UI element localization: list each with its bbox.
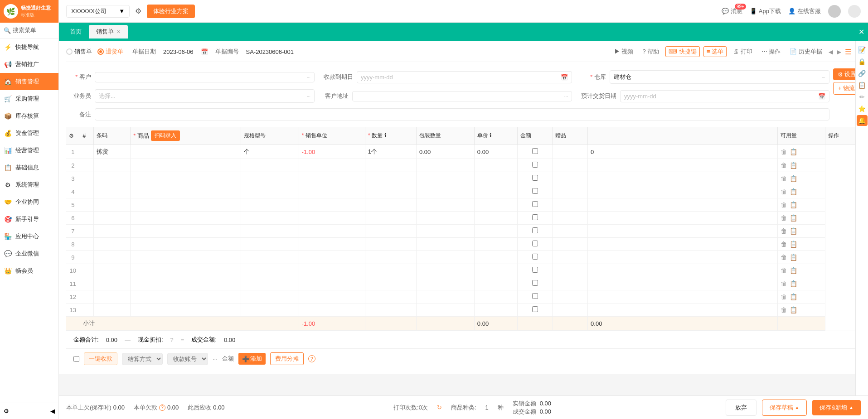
company-selector[interactable]: XXXXXX公司 ▼ <box>66 5 130 18</box>
tab-close-icon[interactable]: ✕ <box>116 29 121 35</box>
print-btn[interactable]: 🖨 打印 <box>730 47 755 57</box>
copy-icon[interactable]: 📋 <box>790 280 797 287</box>
nav-next-icon[interactable]: ▶ <box>837 48 841 55</box>
account-select[interactable]: 收款账号 <box>167 353 208 365</box>
view-list-icon[interactable]: ☰ <box>845 48 851 56</box>
copy-icon[interactable]: 📋 <box>790 162 797 169</box>
tab-close-all-icon[interactable]: ✕ <box>858 28 864 36</box>
copy-icon[interactable]: 📋 <box>790 241 797 248</box>
avatar-2[interactable] <box>848 5 861 18</box>
sidebar-item-wechat[interactable]: 💬 企业微信 <box>0 245 58 262</box>
right-panel-icon-4[interactable]: 📋 <box>857 80 868 91</box>
right-panel-icon-7[interactable]: 🔔 <box>857 115 868 126</box>
history-btn[interactable]: 📄 历史单据 <box>787 47 825 57</box>
warehouse-input[interactable]: 建材仓 ··· <box>610 70 829 84</box>
copy-icon[interactable]: 📋 <box>790 267 797 274</box>
right-panel-icon-5[interactable]: ✏ <box>857 92 868 102</box>
sidebar-item-member[interactable]: 👑 畅会员 <box>0 262 58 279</box>
copy-icon[interactable]: 📋 <box>790 227 797 235</box>
copy-icon[interactable]: 📋 <box>790 201 797 208</box>
add-btn[interactable]: ➕ 添加 <box>238 353 266 365</box>
nav-prev-icon[interactable]: ◀ <box>829 48 833 55</box>
delete-icon[interactable]: 🗑 <box>781 175 787 182</box>
copy-icon[interactable]: 📋 <box>790 254 797 261</box>
save-new-button[interactable]: 保存&新增 ▲ <box>812 400 861 415</box>
app-download-btn[interactable]: 📱 App下载 <box>750 7 781 15</box>
tab-home[interactable]: 首页 <box>63 25 89 39</box>
sidebar-item-appstore[interactable]: 🏪 应用中心 <box>0 228 58 245</box>
right-panel-icon-3[interactable]: 🔗 <box>857 68 868 79</box>
delete-icon[interactable]: 🗑 <box>781 280 787 287</box>
select-btn[interactable]: ≡ 选单 <box>703 46 727 57</box>
experience-btn[interactable]: 体验行业方案 <box>147 5 195 18</box>
delete-icon[interactable]: 🗑 <box>781 148 787 155</box>
delivery-date-input[interactable]: yyyy-mm-dd 📅 <box>620 90 829 102</box>
radio-return[interactable]: 退货单 <box>97 48 123 56</box>
right-panel-icon-2[interactable]: 🔒 <box>857 56 868 67</box>
discard-button[interactable]: 放弃 <box>726 400 756 416</box>
delete-icon[interactable]: 🗑 <box>781 188 787 195</box>
salesman-input[interactable]: 选择... ··· <box>95 89 315 103</box>
radio-sales[interactable]: 销售单 <box>66 48 92 56</box>
delete-icon[interactable]: 🗑 <box>781 306 787 313</box>
copy-icon[interactable]: 📋 <box>790 188 797 195</box>
operation-btn[interactable]: ⋯ 操作 <box>759 47 784 57</box>
customer-address-input[interactable]: ··· <box>352 91 572 101</box>
sidebar-item-corp[interactable]: 🤝 企业协同 <box>0 193 58 211</box>
right-panel-icon-1[interactable]: 📝 <box>857 44 868 55</box>
customer-input[interactable]: ··· <box>95 72 315 82</box>
row-unit-price[interactable]: 0.00 <box>416 145 474 159</box>
settlement-method-select[interactable]: 结算方式 <box>122 353 163 365</box>
payment-calendar-icon[interactable]: 📅 <box>561 74 568 81</box>
sidebar-item-basic[interactable]: 📋 基础信息 <box>0 159 58 176</box>
one-click-payment-btn[interactable]: 一键收款 <box>84 352 117 365</box>
sidebar-item-operation[interactable]: 📊 经营管理 <box>0 142 58 159</box>
refresh-icon[interactable]: ↻ <box>437 404 442 411</box>
copy-icon[interactable]: 📋 <box>790 148 797 155</box>
collapse-icon[interactable]: ◀ <box>50 408 55 414</box>
sidebar-search[interactable]: 🔍 搜索菜单 <box>0 23 58 39</box>
copy-icon[interactable]: 📋 <box>790 293 797 300</box>
delete-icon[interactable]: 🗑 <box>781 214 787 222</box>
delete-icon[interactable]: 🗑 <box>781 267 787 274</box>
sidebar-item-system[interactable]: ⚙ 系统管理 <box>0 176 58 193</box>
online-service-btn[interactable]: 👤 在线客服 <box>788 7 821 15</box>
scan-button[interactable]: 扫码录入 <box>151 130 180 141</box>
copy-icon[interactable]: 📋 <box>790 214 797 222</box>
settings-icon[interactable]: ⚙ <box>4 408 9 414</box>
sidebar-item-guide[interactable]: 🎯 新手引导 <box>0 211 58 228</box>
help-btn[interactable]: ? 帮助 <box>640 47 662 57</box>
right-panel-icon-6[interactable]: ⭐ <box>857 103 868 114</box>
sidebar-item-marketing[interactable]: 📢 营销推广 <box>0 56 58 73</box>
delete-icon[interactable]: 🗑 <box>781 201 787 208</box>
delete-icon[interactable]: 🗑 <box>781 162 787 169</box>
settings-gear-icon[interactable]: ⚙ <box>135 7 141 15</box>
row-qty[interactable]: -1.00 <box>299 145 365 159</box>
sidebar-item-finance[interactable]: 💰 资金管理 <box>0 125 58 142</box>
one-click-payment-check[interactable] <box>73 356 79 362</box>
payment-due-input[interactable]: yyyy-mm-dd 📅 <box>357 71 572 83</box>
video-btn[interactable]: ▶ 视频 <box>611 47 636 57</box>
avatar[interactable] <box>828 5 841 18</box>
shortcut-btn[interactable]: ⌨ 快捷键 <box>665 46 700 57</box>
row-gift[interactable] <box>517 145 553 159</box>
delete-icon[interactable]: 🗑 <box>781 241 787 248</box>
tab-sales-order[interactable]: 销售单 ✕ <box>89 25 128 39</box>
delivery-calendar-icon[interactable]: 📅 <box>818 93 825 100</box>
copy-icon[interactable]: 📋 <box>790 175 797 182</box>
copy-icon[interactable]: 📋 <box>790 306 797 313</box>
delete-icon[interactable]: 🗑 <box>781 293 787 300</box>
sidebar-item-inventory[interactable]: 📦 库存核算 <box>0 107 58 125</box>
sidebar-item-purchase[interactable]: 🛒 采购管理 <box>0 90 58 107</box>
remarks-input[interactable] <box>95 108 829 120</box>
fee-split-btn[interactable]: 费用分摊 <box>270 352 304 365</box>
sidebar-item-quick-nav[interactable]: ⚡ 快捷导航 <box>0 39 58 56</box>
help-icon[interactable]: ? <box>170 337 174 343</box>
overdue-q[interactable]: ? <box>159 405 165 411</box>
fee-help-icon[interactable]: ? <box>308 355 315 362</box>
delete-icon[interactable]: 🗑 <box>781 227 787 235</box>
row-product[interactable]: 拣货 <box>93 145 131 159</box>
delete-icon[interactable]: 🗑 <box>781 254 787 261</box>
message-btn[interactable]: 💬 消息 99+ <box>722 7 742 15</box>
sidebar-item-sales[interactable]: 🏠 销售管理 <box>0 73 58 90</box>
